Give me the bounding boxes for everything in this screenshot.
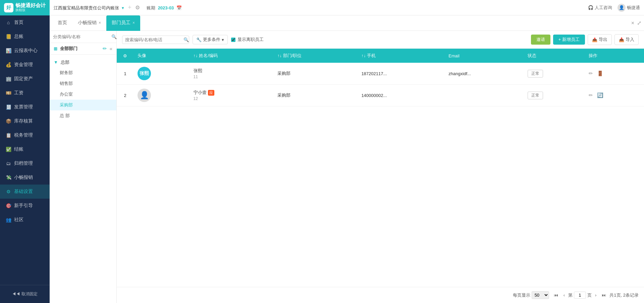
grid-icon: ⊞ <box>54 46 57 51</box>
col-dept-position[interactable]: ↑↓ 部门/职位 <box>273 49 357 63</box>
row2-delete-icon[interactable]: 🔄 <box>597 92 603 98</box>
show-resigned-checkbox[interactable] <box>231 38 235 42</box>
company-name[interactable]: 江西服宝精品有限责任公司内账张 ▾ + ⚙ 账期 2023-03 📅 <box>54 4 588 11</box>
user-account[interactable]: 👤 畅捷通 <box>618 4 640 12</box>
col-email: Email <box>444 49 524 63</box>
page-size-select: 每页显示 50 10 20 100 <box>513 291 549 299</box>
col-avatar: 头像 <box>133 49 190 63</box>
dept-search: 🔍 <box>50 31 116 43</box>
tab-expense[interactable]: 小畅报销 × <box>72 15 106 31</box>
page-size-dropdown[interactable]: 50 10 20 100 <box>532 291 549 299</box>
tab-home[interactable]: 首页 <box>52 15 72 31</box>
tab-bar-right: × ⤢ <box>631 20 641 26</box>
tab-dept-employee-close[interactable]: × <box>132 20 135 25</box>
chevron-down-icon: ▾ <box>222 37 224 42</box>
page-number-input[interactable] <box>574 292 586 299</box>
dept-search-input[interactable] <box>53 34 109 39</box>
row2-phone: 140000002... <box>357 85 444 106</box>
home-icon: ⌂ <box>5 20 11 25</box>
table-row: 2 👤 宁小壹 <box>117 85 644 106</box>
col-settings[interactable]: ⚙ <box>117 49 133 63</box>
more-filter-btn[interactable]: 🔧 更多条件 ▾ <box>193 35 228 44</box>
page-content: 🔍 ⊞ 全部部门 ✏ « ▼ 总部 <box>50 31 644 303</box>
tab-dept-employee[interactable]: 部门员工 × <box>106 15 140 31</box>
row1-avatar: 张熙 <box>138 67 151 80</box>
sidebar-item-tax[interactable]: 📋 税务管理 <box>0 128 50 142</box>
sidebar-item-ledger[interactable]: 📒 总账 <box>0 30 50 44</box>
settings-icon[interactable]: ⚙ <box>135 5 140 10</box>
sidebar-item-fixed-assets[interactable]: 🏢 固定资产 <box>0 72 50 86</box>
table-header-row: ⚙ 头像 ↑↓ 姓名/编码 ↑↓ 部门/职位 ↑↓ 手机 Email 状态 操作 <box>117 49 644 63</box>
show-resigned-checkbox-label[interactable]: 显示离职员工 <box>231 37 264 43</box>
row2-email <box>444 85 524 106</box>
tab-close-all-icon[interactable]: × <box>631 20 634 26</box>
dept-header-actions: ✏ « <box>103 46 112 52</box>
export-button[interactable]: 📤 导出 <box>588 34 612 45</box>
row1-edit-icon[interactable]: ✏ <box>589 70 593 77</box>
basic-settings-icon: ⚙ <box>5 189 11 194</box>
sidebar-item-inventory[interactable]: 📦 库存核算 <box>0 114 50 128</box>
page-prev-btn[interactable]: ‹ <box>561 292 567 298</box>
ai-consult-btn[interactable]: 🎧 人工咨询 <box>588 5 612 11</box>
avatar-person-icon: 👤 <box>140 91 149 100</box>
account-period: 账期 2023-03 📅 <box>147 5 182 10</box>
fund-icon: 💰 <box>5 62 11 67</box>
employee-search-box: 🔍 <box>122 36 189 44</box>
ledger-icon: 📒 <box>5 34 11 39</box>
row1-phone: 187202117... <box>357 63 444 85</box>
dept-item-head[interactable]: 总 部 <box>50 110 116 121</box>
close-account-icon: ✅ <box>5 147 11 152</box>
dept-group-head: ▼ 总部 <box>50 57 116 67</box>
calendar-icon[interactable]: 📅 <box>176 5 182 10</box>
main-layout: ⌂ 首页 📒 总账 📊 云报表中心 💰 资金管理 🏢 固定资产 💴 工资 🧾 发… <box>0 15 644 303</box>
col-phone[interactable]: ↑↓ 手机 <box>357 49 444 63</box>
dept-item-office[interactable]: 办公室 <box>50 89 116 100</box>
row1-exit-icon[interactable]: 🚪 <box>597 70 603 77</box>
invite-button[interactable]: 邀请 <box>531 35 550 45</box>
add-employee-button[interactable]: + 新增员工 <box>553 35 585 45</box>
sidebar-item-home[interactable]: ⌂ 首页 <box>0 15 50 30</box>
row1-email: zhangxidf... <box>444 63 524 85</box>
sidebar-item-fund[interactable]: 💰 资金管理 <box>0 58 50 72</box>
toolbar-right: 邀请 + 新增员工 📤 导出 📥 导入 <box>531 34 639 45</box>
tab-expense-close[interactable]: × <box>99 20 101 25</box>
edit-dept-icon[interactable]: ✏ <box>103 46 107 52</box>
dept-item-finance[interactable]: 财务部 <box>50 67 116 78</box>
cancel-fixed-btn[interactable]: ◀◀ 取消固定 <box>0 289 50 300</box>
sidebar-item-archive[interactable]: 🗂 归档管理 <box>0 156 50 170</box>
sidebar-item-payroll[interactable]: 💴 工资 <box>0 86 50 100</box>
dept-tree: ▼ 总部 财务部 销售部 办公室 采购部 总 部 <box>50 55 116 303</box>
logo-text-area: 畅捷通好会计 旗舰版 <box>15 3 46 12</box>
sidebar-item-guide[interactable]: 🎯 新手引导 <box>0 199 50 213</box>
import-button[interactable]: 📥 导入 <box>614 34 639 45</box>
row1-avatar-cell: 张熙 <box>133 63 190 85</box>
sidebar-item-basic-settings[interactable]: ⚙ 基础设置 <box>0 185 50 199</box>
employee-search-input[interactable] <box>125 37 181 42</box>
sidebar-item-community[interactable]: 👥 社区 <box>0 213 50 227</box>
add-company-icon[interactable]: + <box>128 4 131 11</box>
tab-expand-icon[interactable]: ⤢ <box>637 20 641 26</box>
row2-edit-icon[interactable]: ✏ <box>589 92 593 98</box>
expense-icon: 💸 <box>5 175 11 180</box>
dept-item-sales[interactable]: 销售部 <box>50 78 116 89</box>
search-icon[interactable]: 🔍 <box>183 37 189 42</box>
col-name-code[interactable]: ↑↓ 姓名/编码 <box>190 49 273 63</box>
page-last-btn[interactable]: ⏭ <box>600 292 608 298</box>
page-next-btn[interactable]: › <box>593 292 598 298</box>
invoice-icon: 🧾 <box>5 104 11 110</box>
sidebar-item-expense[interactable]: 💸 小畅报销 <box>0 170 50 185</box>
sidebar-bottom: ◀◀ 取消固定 <box>0 285 50 303</box>
page-first-btn[interactable]: ⏮ <box>552 292 560 298</box>
headset-icon: 🎧 <box>588 5 593 10</box>
sidebar-item-close-account[interactable]: ✅ 结账 <box>0 142 50 156</box>
dept-search-icon[interactable]: 🔍 <box>111 34 117 39</box>
dept-collapse-icon[interactable]: ▼ <box>54 60 58 65</box>
sidebar-item-invoice[interactable]: 🧾 发票管理 <box>0 100 50 114</box>
collapse-dept-icon[interactable]: « <box>110 46 112 52</box>
company-dropdown-icon[interactable]: ▾ <box>122 5 124 10</box>
total-info: 共1页, 2条记录 <box>609 292 639 298</box>
row2-tag: 应 <box>208 90 214 96</box>
sidebar-item-cloud-report[interactable]: 📊 云报表中心 <box>0 44 50 58</box>
fixed-assets-icon: 🏢 <box>5 76 11 82</box>
dept-item-purchase[interactable]: 采购部 <box>50 100 116 110</box>
